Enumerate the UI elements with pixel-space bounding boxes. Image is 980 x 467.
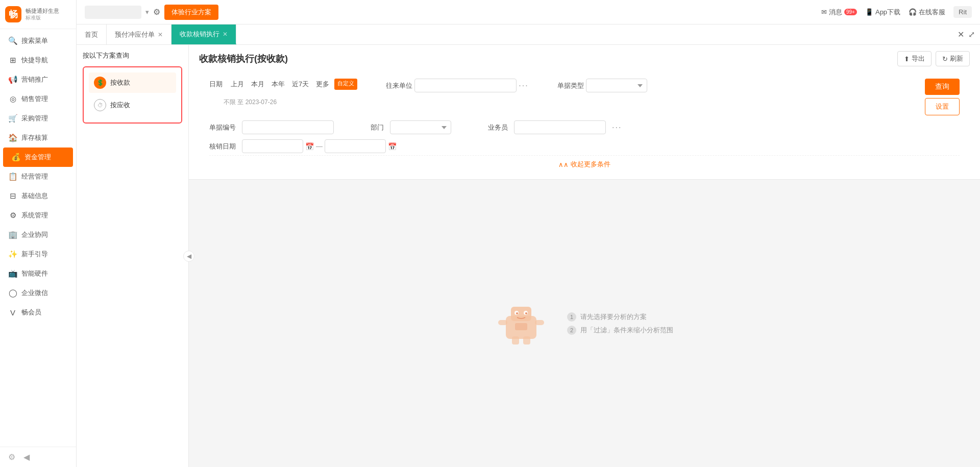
system-icon: ⚙ bbox=[8, 211, 17, 220]
sidebar-item-hardware[interactable]: 📺 智能硬件 bbox=[0, 264, 76, 283]
close-window-btn[interactable]: ✕ bbox=[958, 30, 964, 39]
marketing-icon: 📢 bbox=[8, 75, 17, 84]
message-item[interactable]: ✉ 消息 99+ bbox=[821, 8, 857, 17]
tab-prepay-close[interactable]: ✕ bbox=[158, 31, 163, 38]
department-select[interactable] bbox=[390, 120, 451, 134]
verify-date-start-input[interactable]: 2023-03-01 bbox=[242, 139, 303, 153]
sidebar-item-finance[interactable]: 💰 资金管理 bbox=[3, 148, 73, 167]
headset-icon: 🎧 bbox=[909, 8, 917, 16]
right-content-panel: 收款核销执行(按收款) ⬆ 导出 ↻ 刷新 bbox=[189, 45, 980, 467]
collapse-more-btn[interactable]: ∧∧ 收起更多条件 bbox=[209, 155, 960, 173]
filter-row-2: 单据编号 部门 业务员 ··· bbox=[209, 120, 960, 134]
guide-icon: ✨ bbox=[8, 250, 17, 259]
collapse-sidebar-icon[interactable]: ◀ bbox=[23, 452, 30, 462]
sidebar-item-sales[interactable]: ◎ 销售管理 bbox=[0, 89, 76, 109]
page-title: 收款核销执行(按收款) bbox=[199, 53, 288, 65]
bill-no-input[interactable] bbox=[242, 120, 334, 134]
export-button[interactable]: ⬆ 导出 bbox=[897, 51, 932, 66]
calendar-start-icon[interactable]: 📅 bbox=[305, 142, 314, 151]
tab-home[interactable]: 首页 bbox=[77, 24, 107, 44]
empty-state-container: 1 请先选择要分析的方案 2 用「过滤」条件来缩小分析范围 bbox=[496, 301, 673, 347]
svg-rect-9 bbox=[523, 336, 530, 345]
sidebar-item-guide[interactable]: ✨ 新手引导 bbox=[0, 244, 76, 264]
wechat-icon: ◯ bbox=[8, 288, 17, 298]
sidebar-item-wechat[interactable]: ◯ 企业微信 bbox=[0, 283, 76, 303]
settings-bottom-icon[interactable]: ⚙ bbox=[8, 452, 15, 462]
online-service-label: 在线客服 bbox=[919, 8, 945, 17]
date-this-year[interactable]: 本年 bbox=[270, 79, 287, 90]
topbar-left: ▾ ⚙ 体验行业方案 bbox=[85, 5, 815, 20]
filter-row-1: 日期 上月 本月 本年 近7天 更多 自定义 bbox=[209, 79, 357, 90]
filter-settings-button[interactable]: 设置 bbox=[925, 98, 960, 115]
sidebar-item-system[interactable]: ⚙ 系统管理 bbox=[0, 206, 76, 225]
sidebar-item-marketing[interactable]: 📢 营销推广 bbox=[0, 70, 76, 89]
empty-tip-2: 2 用「过滤」条件来缩小分析范围 bbox=[567, 326, 673, 335]
date-more[interactable]: 更多 bbox=[314, 79, 331, 90]
sidebar-item-search[interactable]: 🔍 搜索菜单 bbox=[0, 31, 76, 51]
svg-rect-6 bbox=[498, 320, 507, 325]
sidebar: 畅 畅捷通好生意 标准版 🔍 搜索菜单 ⊞ 快捷导航 📢 营销推广 ◎ 销售管理… bbox=[0, 0, 77, 467]
sidebar-item-label: 企业微信 bbox=[21, 288, 48, 298]
date-quick-links: 上月 本月 本年 近7天 更多 自定义 bbox=[229, 79, 357, 90]
sidebar-item-basics[interactable]: ⊟ 基础信息 bbox=[0, 186, 76, 206]
app-download-item[interactable]: 📱 App下载 bbox=[865, 8, 900, 17]
sidebar-item-label: 快捷导航 bbox=[21, 56, 48, 65]
left-filter-panel: 按以下方案查询 💲 按收款 ⏱ 按应收 ◀ bbox=[77, 45, 189, 467]
filter-by-receipt[interactable]: 💲 按收款 bbox=[89, 72, 176, 93]
online-service-item[interactable]: 🎧 在线客服 bbox=[909, 8, 945, 17]
sidebar-item-operations[interactable]: 📋 经营管理 bbox=[0, 167, 76, 186]
empty-tips: 1 请先选择要分析的方案 2 用「过滤」条件来缩小分析范围 bbox=[567, 312, 673, 335]
page-title-row: 收款核销执行(按收款) ⬆ 导出 ↻ 刷新 bbox=[199, 51, 970, 66]
date-last-month[interactable]: 上月 bbox=[229, 79, 246, 90]
refresh-button[interactable]: ↻ 刷新 bbox=[936, 51, 970, 66]
filter-options-box: 💲 按收款 ⏱ 按应收 bbox=[83, 66, 182, 124]
query-button[interactable]: 查询 bbox=[925, 79, 960, 95]
tab-receipt[interactable]: 收款核销执行 ✕ bbox=[172, 24, 236, 44]
svg-rect-10 bbox=[515, 323, 527, 330]
page-actions: ⬆ 导出 ↻ 刷新 bbox=[897, 51, 970, 66]
counterparty-input[interactable] bbox=[414, 79, 517, 92]
settings-icon[interactable]: ⚙ bbox=[153, 7, 160, 17]
verify-date-end-input[interactable]: 2023-07-21 bbox=[325, 139, 386, 153]
app-logo: 畅 畅捷通好生意 标准版 bbox=[0, 0, 76, 29]
tab-receipt-close[interactable]: ✕ bbox=[223, 31, 228, 38]
staff-more-btn[interactable]: ··· bbox=[612, 123, 622, 132]
bill-type-select[interactable] bbox=[586, 79, 647, 92]
counterparty-more-btn[interactable]: ··· bbox=[519, 81, 528, 90]
date-no-limit: 不限 至 2023-07-26 bbox=[224, 98, 357, 107]
verify-date-label: 核销日期 bbox=[209, 142, 236, 151]
hardware-icon: 📺 bbox=[8, 269, 17, 278]
date-7days[interactable]: 近7天 bbox=[290, 79, 311, 90]
sidebar-item-enterprise[interactable]: 🏢 企业协同 bbox=[0, 225, 76, 244]
calendar-end-icon[interactable]: 📅 bbox=[388, 142, 397, 151]
maximize-window-btn[interactable]: ⤢ bbox=[968, 30, 975, 39]
empty-tip-1: 1 请先选择要分析的方案 bbox=[567, 312, 673, 322]
dropdown-icon[interactable]: ▾ bbox=[145, 8, 149, 16]
svg-rect-8 bbox=[512, 336, 519, 345]
tab-window-actions: ✕ ⤢ bbox=[952, 24, 980, 44]
sidebar-item-member[interactable]: V 畅会员 bbox=[0, 303, 76, 322]
sidebar-menu: 🔍 搜索菜单 ⊞ 快捷导航 📢 营销推广 ◎ 销售管理 🛒 采购管理 🏠 库存核… bbox=[0, 29, 76, 447]
search-icon: 🔍 bbox=[8, 36, 17, 45]
svg-point-4 bbox=[516, 312, 518, 314]
sidebar-item-label: 系统管理 bbox=[21, 211, 48, 220]
sidebar-item-purchase[interactable]: 🛒 采购管理 bbox=[0, 109, 76, 128]
sidebar-item-inventory[interactable]: 🏠 库存核算 bbox=[0, 128, 76, 148]
date-this-month[interactable]: 本月 bbox=[249, 79, 266, 90]
filter-panel-title: 按以下方案查询 bbox=[83, 51, 182, 60]
app-download-label: App下载 bbox=[875, 8, 900, 17]
filter-by-receivable[interactable]: ⏱ 按应收 bbox=[89, 95, 176, 115]
panel-collapse-btn[interactable]: ◀ bbox=[183, 251, 194, 262]
staff-input[interactable] bbox=[514, 120, 606, 134]
date-custom-tag[interactable]: 自定义 bbox=[334, 79, 357, 90]
user-placeholder bbox=[90, 8, 136, 16]
user-avatar[interactable]: Rit bbox=[953, 6, 972, 18]
collapse-up-icon: ∧∧ bbox=[558, 161, 569, 168]
inventory-icon: 🏠 bbox=[8, 133, 17, 142]
industry-button[interactable]: 体验行业方案 bbox=[164, 5, 218, 20]
sidebar-item-label: 采购管理 bbox=[21, 114, 48, 123]
tab-prepay[interactable]: 预付冲应付单 ✕ bbox=[107, 24, 172, 44]
grid-icon: ⊞ bbox=[8, 56, 17, 65]
sidebar-item-quicknav[interactable]: ⊞ 快捷导航 bbox=[0, 51, 76, 70]
department-label: 部门 bbox=[371, 123, 384, 132]
